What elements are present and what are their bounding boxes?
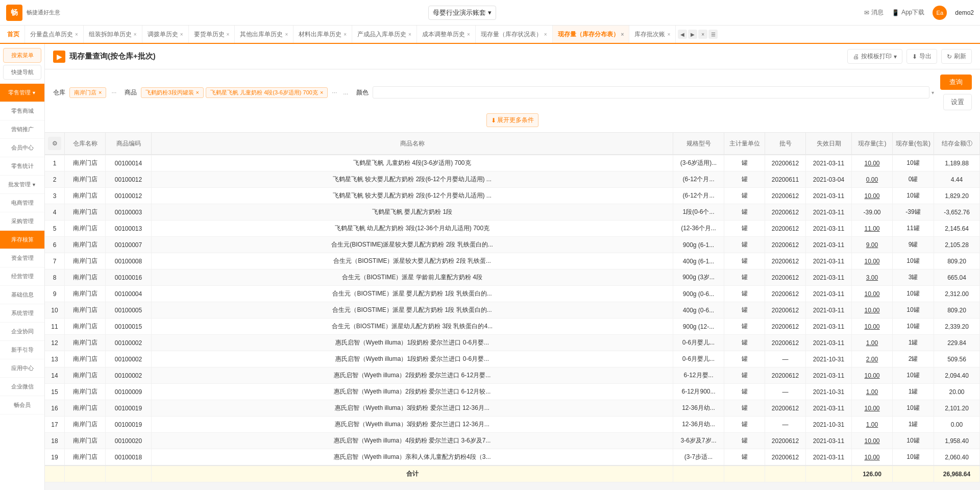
cell-stock-main[interactable]: 10.00 [852,400,893,416]
cell-stock-main[interactable]: 10.00 [852,449,893,466]
tab-close-icon[interactable]: × [544,32,547,37]
quicknav-btn[interactable]: 快捷导航 [3,65,41,80]
sidebar-item-finance[interactable]: 资金管理 [0,249,44,267]
sidebar-item-ecommerce[interactable]: 电商管理 [0,194,44,212]
tab-split-inventory[interactable]: 分量盘点单历史 × [25,26,84,43]
tab-close-icon[interactable]: × [134,32,137,37]
sidebar-item-retail-shop[interactable]: 零售商城 [0,102,44,120]
cell-batch: — [765,351,806,368]
tab-menu[interactable]: ☰ [708,30,718,39]
cell-stock-main[interactable]: 10.00 [852,188,893,204]
cell-name: 合生元（BIOSTIME）派星 婴儿配方奶粉 1段 乳铁蛋白的... [152,286,673,302]
sidebar-item-newguide[interactable]: 新手引导 [0,341,44,359]
sidebar-item-basic[interactable]: 基础信息 [0,286,44,304]
cell-balance: 20.00 [934,384,980,400]
app-download-btn[interactable]: 📱 App下载 [892,8,924,17]
cell-stock-main[interactable]: 10.00 [852,286,893,302]
sidebar-item-wechat[interactable]: 企业微信 [0,378,44,396]
cell-stock-main[interactable]: 9.00 [852,237,893,253]
tab-close-icon[interactable]: × [408,32,411,37]
sidebar-item-wholesale[interactable]: 批发管理 ▼ [0,176,44,194]
tab-cost-adjust[interactable]: 成本调整单历史 × [417,26,476,43]
settings-button[interactable]: 设置 [943,94,972,110]
product-tag-close[interactable]: × [320,89,323,95]
cell-spec: 900g (3岁... [673,270,724,286]
refresh-btn[interactable]: ↻ 刷新 [941,49,972,64]
cell-spec: 0-6月婴儿... [673,351,724,368]
tab-stock-dist[interactable]: 现存量（库存分布表） × [553,26,630,43]
tab-next-arrow[interactable]: ▶ [688,30,697,39]
product-more-btn[interactable]: ··· [330,89,339,96]
cell-stock-main[interactable]: 1.00 [852,384,893,400]
tab-close-icon[interactable]: × [227,32,230,37]
sidebar-item-retail-stats[interactable]: 零售统计 [0,157,44,176]
cell-stock-main[interactable]: 2.00 [852,351,893,368]
export-btn[interactable]: ⬇ 导出 [906,49,937,64]
workspace-selector[interactable]: 母婴行业演示账套 ▾ [428,6,496,20]
cell-stock-main[interactable]: 10.00 [852,318,893,335]
table-settings-icon[interactable]: ⚙ [48,137,61,150]
tab-close-icon[interactable]: × [621,32,624,37]
dropdown-icon: ▾ [894,53,897,60]
sidebar-item-retail[interactable]: 零售管理 ▼ [0,84,44,102]
expand-conditions-btn[interactable]: ⬇ 展开更多条件 [486,113,538,127]
tab-other-out[interactable]: 其他出库单历史 × [235,26,293,43]
tab-request[interactable]: 要货单历史 × [189,26,235,43]
cell-balance: 229.84 [934,335,980,351]
template-print-btn[interactable]: 🖨 按模板打印 ▾ [847,49,902,64]
cell-stock-main[interactable]: 0.00 [852,172,893,188]
tab-batch-ledger[interactable]: 库存批次账 × [629,26,676,43]
sidebar-item-marketing[interactable]: 营销推广 [0,120,44,139]
tab-close-icon[interactable]: × [667,32,670,37]
query-button[interactable]: 查询 [940,75,972,90]
tab-prev-arrow[interactable]: ◀ [678,30,687,39]
sidebar-item-member[interactable]: 会员中心 [0,139,44,157]
product-tag-close[interactable]: × [196,89,199,95]
product-dots-2[interactable]: ... [341,89,350,96]
tab-disassemble[interactable]: 组装拆卸单历史 × [84,26,142,43]
sidebar-item-purchase[interactable]: 采购管理 [0,212,44,231]
cell-stock-main[interactable]: 11.00 [852,220,893,237]
page-expand-btn[interactable]: ▶ [53,51,65,63]
color-input[interactable] [373,86,929,99]
tab-close-icon[interactable]: × [75,32,78,37]
cell-name: 飞鹤星飞帆 儿童奶粉 4段(3-6岁适用) 700克 [152,155,673,172]
warehouse-tag-close[interactable]: × [99,89,102,95]
sidebar-item-member2[interactable]: 畅会员 [0,396,44,414]
tab-label: 分量盘点单历史 [30,30,73,39]
cell-stock-main[interactable]: 10.00 [852,302,893,318]
tab-close-all[interactable]: × [698,30,707,39]
sidebar-item-enterprise[interactable]: 企业协同 [0,323,44,341]
user-avatar[interactable]: Ea [933,6,947,20]
sidebar-item-system[interactable]: 系统管理 [0,304,44,323]
tab-close-icon[interactable]: × [180,32,183,37]
cell-stock-main[interactable]: -39.00 [852,204,893,220]
warehouse-more-btn[interactable]: ··· [109,89,118,96]
cell-stock-main[interactable]: 10.00 [852,368,893,384]
nav-tabs: 首页 分量盘点单历史 × 组装拆卸单历史 × 调拨单历史 × 要货单历史 × 其… [0,26,980,44]
sidebar-item-management[interactable]: 经营管理 [0,267,44,286]
cell-spec: 6-12月婴... [673,368,724,384]
tab-stock-status[interactable]: 现存量（库存状况表） × [476,26,553,43]
tab-home[interactable]: 首页 [2,26,25,43]
sidebar-item-inventory[interactable]: 库存核算 [0,231,44,249]
cell-warehouse: 南岸门店 [65,368,106,384]
message-btn[interactable]: ✉ 消息 [864,8,884,17]
color-expand-icon[interactable]: ▾ [932,90,934,95]
cell-stock-main[interactable]: 10.00 [852,253,893,270]
cell-stock-main[interactable]: 10.00 [852,433,893,449]
sidebar-item-appstore[interactable]: 应用中心 [0,359,44,378]
tab-material-out[interactable]: 材料出库单历史 × [293,26,352,43]
cell-batch: 20200612 [765,400,806,416]
tab-close-icon[interactable]: × [467,32,470,37]
cell-stock-main[interactable]: 10.00 [852,155,893,172]
cell-stock-main[interactable]: 3.00 [852,270,893,286]
tab-close-icon[interactable]: × [344,32,347,37]
cell-stock-main[interactable]: 1.00 [852,335,893,351]
cell-batch: 20200612 [765,270,806,286]
search-menu-btn[interactable]: 搜索菜单 [3,48,41,63]
tab-product-in[interactable]: 产成品入库单历史 × [352,26,417,43]
tab-close-icon[interactable]: × [285,32,288,37]
cell-stock-main[interactable]: 1.00 [852,416,893,433]
tab-mix[interactable]: 调拨单历史 × [142,26,189,43]
